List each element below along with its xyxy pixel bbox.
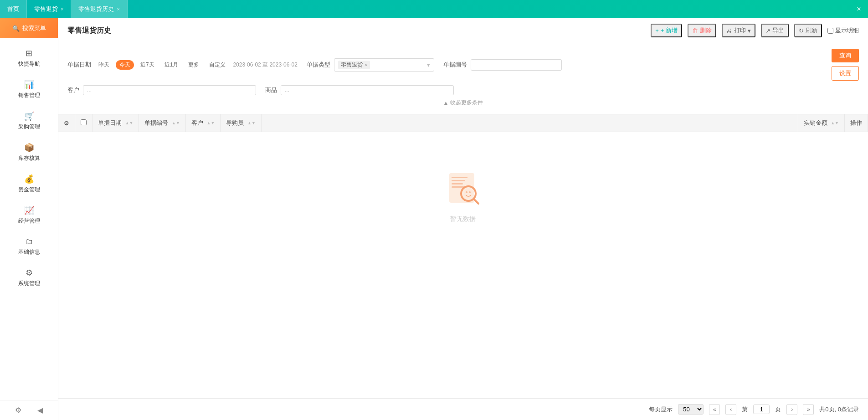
sidebar-item-label-sales: 销售管理 (18, 92, 40, 99)
sidebar-item-basic-info[interactable]: 🗂 基础信息 (3, 231, 55, 261)
tab-retail-return[interactable]: 零售退货 × (27, 0, 71, 18)
svg-point-6 (464, 189, 473, 198)
sidebar-item-sales[interactable]: 📊 销售管理 (3, 74, 55, 105)
last-page-button[interactable]: » (803, 404, 814, 415)
goods-input[interactable]: ... (281, 85, 454, 95)
query-button[interactable]: 查询 (832, 49, 859, 62)
customer-filter: 客户 ... (67, 85, 256, 95)
th-number[interactable]: 单据编号 ▲▼ (139, 114, 185, 132)
table-area: ⚙ 单据日期 ▲▼ 单据编号 ▲▼ 客户 (58, 114, 868, 398)
sidebar-item-quick-nav[interactable]: ⊞ 快捷导航 (3, 43, 55, 73)
date-btn-yesterday[interactable]: 昨天 (95, 60, 113, 70)
show-detail-checkbox-label[interactable]: 显示明细 (827, 26, 859, 35)
date-btn-1month[interactable]: 近1月 (161, 60, 182, 70)
prev-page-button[interactable]: ‹ (725, 404, 736, 415)
page-header: 零售退货历史 + + 新增 🗑 删除 🖨 打印 ▾ ↗ 导出 (58, 18, 868, 43)
header-actions: + + 新增 🗑 删除 🖨 打印 ▾ ↗ 导出 ↻ (651, 24, 859, 37)
last-page-icon: » (807, 406, 810, 413)
svg-rect-2 (452, 180, 465, 181)
sidebar-item-inventory[interactable]: 📦 库存核算 (3, 137, 55, 168)
filter-settings-button[interactable]: 设置 (832, 66, 859, 81)
sidebar-item-operations[interactable]: 📈 经营管理 (3, 200, 55, 230)
next-page-button[interactable]: › (786, 404, 797, 415)
total-text: 共0页, 0条记录 (819, 405, 859, 414)
sidebar-item-system[interactable]: ⚙ 系统管理 (3, 262, 55, 293)
page-number-input[interactable] (753, 405, 770, 414)
sidebar-item-purchase[interactable]: 🛒 采购管理 (3, 106, 55, 136)
main-layout: 🔍 搜索菜单 ⊞ 快捷导航 📊 销售管理 🛒 采购管理 📦 库存核算 💰 (0, 18, 868, 420)
doc-type-label: 单据类型 (307, 61, 330, 69)
page-size-select[interactable]: 20 50 100 (678, 404, 704, 415)
goods-filter-label: 商品 (265, 86, 277, 94)
th-date[interactable]: 单据日期 ▲▼ (92, 114, 139, 132)
collapse-button[interactable]: ▲ 收起更多条件 (438, 97, 489, 108)
th-action-label: 操作 (850, 119, 862, 126)
date-btn-custom[interactable]: 自定义 (205, 60, 229, 70)
filter-row-1: 单据日期 昨天 今天 近7天 近1月 更多 自定义 2023-06-02 至 2… (67, 49, 859, 81)
tab-home-label: 首页 (7, 5, 19, 13)
basic-info-icon: 🗂 (25, 237, 33, 246)
th-date-label: 单据日期 (98, 119, 122, 126)
goods-filter: 商品 ... (265, 85, 454, 95)
quick-nav-icon: ⊞ (26, 48, 32, 58)
sidebar-item-label-operations: 经营管理 (18, 217, 40, 225)
sort-arrows-date: ▲▼ (125, 121, 134, 125)
sidebar-item-label-quick-nav: 快捷导航 (18, 60, 40, 68)
tab-retail-return-history[interactable]: 零售退货历史 × (71, 0, 127, 18)
sidebar-item-finance[interactable]: 💰 资金管理 (3, 169, 55, 199)
tab-retail-return-history-close[interactable]: × (117, 6, 119, 12)
th-amount[interactable]: 实销金额 ▲▼ (798, 114, 844, 132)
sort-arrows-amount: ▲▼ (831, 121, 839, 125)
date-btn-7days[interactable]: 近7天 (137, 60, 158, 70)
date-btn-more[interactable]: 更多 (185, 60, 203, 70)
refresh-icon: ↻ (799, 27, 804, 34)
page-label: 页 (775, 405, 781, 414)
export-button[interactable]: ↗ 导出 (761, 24, 789, 37)
new-button[interactable]: + + 新增 (651, 24, 682, 37)
purchase-icon: 🛒 (24, 111, 34, 121)
window-close-button[interactable]: × (850, 0, 868, 18)
customer-input[interactable]: ... (83, 85, 256, 95)
th-customer[interactable]: 客户 ▲▼ (185, 114, 220, 132)
empty-state: 暂无数据 (58, 132, 868, 260)
svg-rect-4 (452, 186, 464, 188)
doc-number-input[interactable] (471, 59, 562, 71)
print-button[interactable]: 🖨 打印 ▾ (722, 24, 755, 37)
doc-type-tag: 零售退货 × (338, 61, 370, 69)
sidebar-item-label-basic-info: 基础信息 (18, 248, 40, 256)
sidebar-search[interactable]: 🔍 搜索菜单 (0, 18, 58, 38)
page-size-label: 每页显示 (649, 405, 673, 414)
th-checkbox[interactable] (75, 114, 92, 132)
sidebar-item-label-finance: 资金管理 (18, 186, 40, 194)
refresh-button[interactable]: ↻ 刷新 (794, 24, 822, 37)
data-table: ⚙ 单据日期 ▲▼ 单据编号 ▲▼ 客户 (58, 114, 868, 260)
filter-row-2: 客户 ... 商品 ... (67, 85, 859, 95)
doc-type-tag-close[interactable]: × (365, 62, 367, 67)
tab-home[interactable]: 首页 (0, 0, 27, 18)
page-title: 零售退货历史 (67, 26, 111, 36)
th-spacer (261, 114, 798, 132)
customer-input-dots: ... (87, 87, 92, 93)
tab-retail-return-label: 零售退货 (34, 5, 58, 13)
tab-list: 首页 零售退货 × 零售退货历史 × (0, 0, 850, 18)
delete-button[interactable]: 🗑 删除 (688, 24, 716, 37)
settings-bottom-icon[interactable]: ⚙ (15, 406, 21, 415)
select-all-checkbox[interactable] (81, 119, 87, 125)
th-guide[interactable]: 导购员 ▲▼ (221, 114, 261, 132)
tab-retail-return-close[interactable]: × (61, 6, 63, 12)
th-settings[interactable]: ⚙ (58, 114, 75, 132)
empty-icon (440, 169, 486, 210)
doc-type-select[interactable]: 零售退货 × ▾ (334, 58, 434, 72)
svg-rect-3 (452, 183, 463, 184)
date-btn-today[interactable]: 今天 (116, 60, 134, 70)
sidebar-bottom: ⚙ ◀ (0, 400, 58, 420)
export-icon: ↗ (765, 27, 770, 34)
collapse-sidebar-icon[interactable]: ◀ (37, 406, 43, 415)
print-icon: 🖨 (726, 27, 732, 34)
content-area: 零售退货历史 + + 新增 🗑 删除 🖨 打印 ▾ ↗ 导出 (58, 18, 868, 420)
show-detail-checkbox[interactable] (827, 28, 833, 34)
sort-arrows-customer: ▲▼ (207, 121, 215, 125)
sidebar-item-label-purchase: 采购管理 (18, 123, 40, 131)
first-page-button[interactable]: « (709, 404, 720, 415)
doc-type-filter: 单据类型 零售退货 × ▾ (307, 58, 434, 72)
